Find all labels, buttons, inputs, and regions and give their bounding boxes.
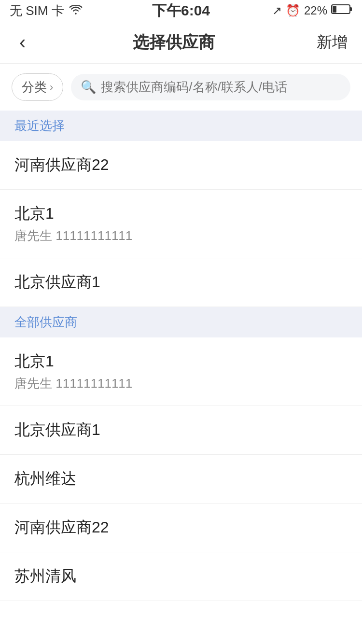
item-name: 北京供应商1 [14, 420, 348, 441]
chevron-right-icon: › [50, 81, 53, 94]
item-name: 河南供应商22 [14, 517, 348, 538]
status-bar: 无 SIM 卡 下午6:04 ↗ ⏰ 22% [0, 0, 362, 21]
location-icon: ↗ [272, 4, 282, 17]
alarm-icon: ⏰ [286, 4, 300, 17]
category-label: 分类 [22, 79, 47, 96]
list-item[interactable]: 河南供应商22 [0, 141, 362, 190]
carrier-label: 无 SIM 卡 [10, 2, 64, 19]
nav-bar: ‹ 选择供应商 新增 [0, 21, 362, 64]
item-name: 北京供应商1 [14, 272, 348, 293]
wifi-icon [69, 3, 83, 18]
list-item[interactable]: 北京1唐先生 11111111111 [0, 337, 362, 406]
svg-rect-1 [350, 7, 352, 11]
list-item[interactable]: 河南供应商22 [0, 504, 362, 552]
list-item[interactable]: 杭州维达 [0, 455, 362, 504]
search-icon: 🔍 [81, 80, 96, 95]
all-list: 北京1唐先生 11111111111北京供应商1杭州维达河南供应商22苏州清风 [0, 337, 362, 601]
battery-label: 22% [304, 4, 327, 17]
svg-rect-2 [333, 6, 336, 13]
search-input[interactable] [101, 80, 341, 95]
add-button[interactable]: 新增 [317, 32, 348, 53]
search-box: 🔍 [71, 74, 350, 100]
category-filter-button[interactable]: 分类 › [12, 73, 63, 101]
item-name: 杭州维达 [14, 468, 348, 490]
filter-bar: 分类 › 🔍 [0, 64, 362, 111]
status-right: ↗ ⏰ 22% [272, 4, 352, 17]
back-button[interactable]: ‹ [14, 27, 30, 58]
all-section-header: 全部供应商 [0, 307, 362, 337]
page-title: 选择供应商 [133, 31, 215, 54]
item-sub: 唐先生 11111111111 [14, 227, 348, 244]
item-name: 北京1 [14, 203, 348, 224]
recent-section-header: 最近选择 [0, 111, 362, 141]
list-item[interactable]: 北京供应商1 [0, 258, 362, 307]
battery-icon [331, 4, 352, 17]
item-name: 北京1 [14, 351, 348, 372]
status-left: 无 SIM 卡 [10, 2, 83, 19]
item-name: 河南供应商22 [14, 154, 348, 176]
list-item[interactable]: 苏州清风 [0, 552, 362, 601]
status-time: 下午6:04 [152, 1, 210, 21]
list-item[interactable]: 北京供应商1 [0, 406, 362, 455]
item-name: 苏州清风 [14, 566, 348, 587]
item-sub: 唐先生 11111111111 [14, 375, 348, 392]
list-item[interactable]: 北京1唐先生 11111111111 [0, 190, 362, 258]
recent-list: 河南供应商22北京1唐先生 11111111111北京供应商1 [0, 141, 362, 307]
